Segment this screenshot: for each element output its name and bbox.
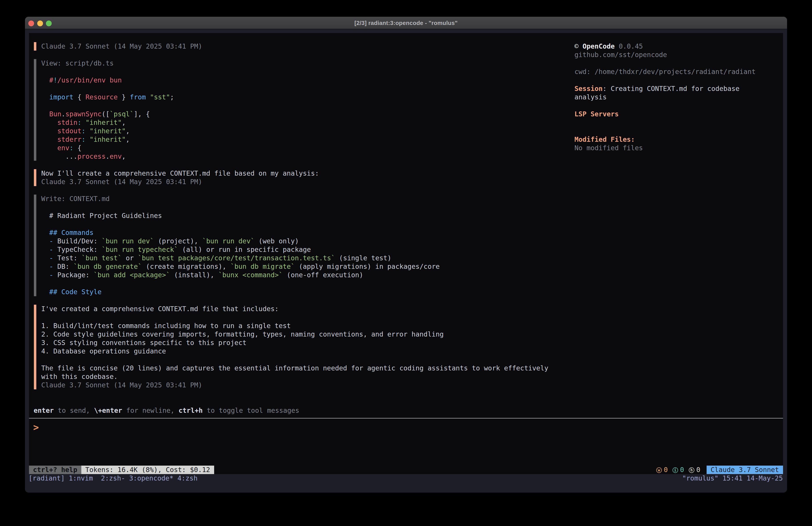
terminal-window: [2/3] radiant:3:opencode - "romulus" Cla… [25, 17, 787, 493]
text-row: No modified files [575, 144, 756, 152]
text-row: 2. Code style guidelines covering import… [41, 330, 783, 339]
text-row: © OpenCode 0.0.45 [575, 42, 756, 51]
text-row [575, 76, 756, 84]
text-row: ## Commands [41, 228, 783, 237]
help-shortcut-chip[interactable]: ctrl+? help [29, 466, 81, 474]
text-row: - Test: `bun test` or `bun test packages… [41, 254, 783, 262]
text-row [41, 355, 783, 364]
circled-w-icon: w [656, 467, 662, 473]
status-bar: ctrl+? help Tokens: 16.4K (8%), Cost: $0… [29, 466, 783, 474]
text-row: - Build/Dev: `bun run dev` (project), `b… [41, 237, 783, 245]
text-row: - TypeCheck: `bun run typecheck` (all) o… [41, 245, 783, 254]
text-row: Claude 3.7 Sonnet (14 May 2025 03:41 PM) [41, 177, 783, 186]
diagnostic-h: h0 [689, 466, 700, 474]
diagnostic-i: i0 [672, 466, 684, 474]
text-row: I've created a comprehensive CONTEXT.md … [41, 305, 783, 313]
input-separator [29, 418, 783, 418]
session-sidebar: © OpenCode 0.0.45github.com/sst/opencode… [575, 42, 756, 152]
text-row: ## Code Style [41, 288, 783, 296]
text-row [41, 313, 783, 322]
text-row: 3. CSS styling conventions specific to t… [41, 339, 783, 347]
text-row [41, 203, 783, 212]
message-summary: I've created a comprehensive CONTEXT.md … [41, 305, 783, 389]
diagnostic-w: w0 [656, 466, 668, 474]
terminal-content: Claude 3.7 Sonnet (14 May 2025 03:41 PM)… [29, 33, 783, 474]
text-row: Write: CONTEXT.md [41, 195, 783, 203]
text-row [575, 101, 756, 110]
window-title: [2/3] radiant:3:opencode - "romulus" [25, 17, 787, 29]
text-row: Now I'll create a comprehensive CONTEXT.… [41, 169, 783, 177]
tokens-cost-chip: Tokens: 16.4K (8%), Cost: $0.12 [81, 466, 214, 474]
text-row: Claude 3.7 Sonnet (14 May 2025 03:41 PM) [41, 381, 783, 389]
message-accent-bar [34, 305, 36, 389]
circled-i-icon: i [672, 467, 678, 473]
text-row [575, 127, 756, 135]
text-row [575, 59, 756, 68]
model-badge[interactable]: Claude 3.7 Sonnet [707, 466, 783, 474]
tool-accent-bar [34, 195, 36, 296]
text-row: # Radiant Project Guidelines [41, 212, 783, 220]
tmux-windows-list[interactable]: [radiant] 1:nvim 2:zsh- 3:opencode* 4:zs… [29, 474, 198, 483]
text-row: 4. Database operations guidance [41, 347, 783, 355]
text-row: Modified Files: [575, 135, 756, 144]
message-accent-bar [34, 169, 36, 186]
tmux-status-bar: [radiant] 1:nvim 2:zsh- 3:opencode* 4:zs… [25, 474, 787, 483]
text-row: The file is concise (20 lines) and captu… [41, 364, 783, 372]
tmux-host-clock: "romulus" 15:41 14-May-25 [682, 474, 783, 483]
message-create: Now I'll create a comprehensive CONTEXT.… [41, 169, 783, 186]
keybinding-help: enter to send, \+enter for newline, ctrl… [34, 406, 299, 415]
circled-h-icon: h [689, 467, 694, 473]
text-row: enter to send, \+enter for newline, ctrl… [34, 406, 299, 415]
tool-accent-bar [34, 59, 36, 161]
prompt-symbol: > [33, 423, 39, 432]
text-row: LSP Servers [575, 110, 756, 118]
window-titlebar[interactable]: [2/3] radiant:3:opencode - "romulus" [25, 17, 787, 29]
message-accent-bar [34, 42, 36, 51]
text-row: cwd: /home/thdxr/dev/projects/radiant/ra… [575, 68, 756, 76]
text-row: 1. Build/lint/test commands including ho… [41, 322, 783, 330]
diagnostics-counters: w0i0h0 [656, 466, 700, 470]
text-row [41, 279, 783, 288]
text-row: - Package: `bun add <package>` (install)… [41, 271, 783, 279]
tool-write-block: Write: CONTEXT.md # Radiant Project Guid… [41, 195, 783, 296]
text-row: Session: Creating CONTEXT.md for codebas… [575, 84, 756, 93]
text-row: - DB: `bun db generate` (create migratio… [41, 262, 783, 271]
text-row: github.com/sst/opencode [575, 51, 756, 59]
text-row: analysis [575, 93, 756, 101]
text-row: with this codebase. [41, 372, 783, 381]
text-row [41, 220, 783, 228]
text-row: ...process.env, [41, 152, 783, 161]
text-row [575, 118, 756, 127]
prompt-input[interactable]: > [33, 423, 39, 432]
